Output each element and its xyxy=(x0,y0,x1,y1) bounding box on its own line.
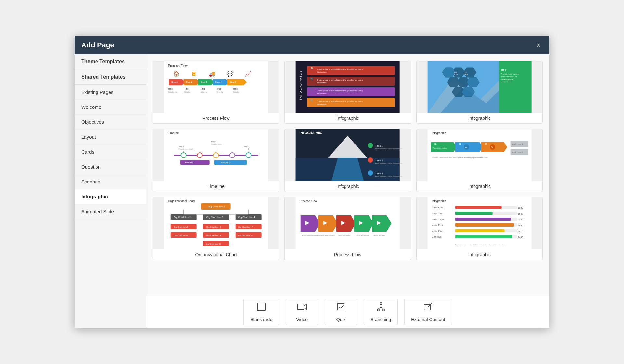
svg-text:LIST ITEM 1: LIST ITEM 1 xyxy=(512,143,523,145)
svg-rect-168 xyxy=(455,206,501,209)
svg-text:PHASE 1: PHASE 1 xyxy=(185,161,195,164)
svg-text:Write the: Write the xyxy=(217,91,223,93)
svg-text:Org Chart Item 8: Org Chart Item 8 xyxy=(174,234,188,236)
video-button[interactable]: Video xyxy=(286,299,318,325)
svg-text:Metric Two: Metric Two xyxy=(431,212,442,215)
svg-rect-33 xyxy=(307,77,395,86)
svg-text:02: 02 xyxy=(458,143,461,145)
template-card-timeline-1[interactable]: Timeline PHASE 1 PHASE 2 xyxy=(153,129,279,192)
svg-text:Org Chart Item 5: Org Chart Item 5 xyxy=(174,226,188,228)
sidebar-item-objectives[interactable]: Objectives xyxy=(75,115,146,130)
template-card-infographic-green-1[interactable]: Title Provide more context and informati… xyxy=(416,61,543,124)
sidebar-item-scenario[interactable]: Scenario xyxy=(75,174,146,189)
svg-text:Org Chart Item 2: Org Chart Item 2 xyxy=(174,216,191,219)
template-card-infographic-dark-1[interactable]: INFOGRAPHICS 🏠 Create visual or textual … xyxy=(284,61,411,124)
close-button[interactable]: × xyxy=(534,41,543,50)
template-label-process-flow-2: Process Flow xyxy=(285,249,410,260)
sidebar-item-cards[interactable]: Cards xyxy=(75,144,146,159)
template-card-infographic-iceberg[interactable]: INFOGRAPHIC Title 01 Provide more contac… xyxy=(284,129,411,192)
svg-text:PHASE 2: PHASE 2 xyxy=(221,161,231,164)
svg-point-75 xyxy=(214,153,219,158)
sidebar-item-infographic[interactable]: Infographic xyxy=(75,189,146,204)
svg-rect-184 xyxy=(455,229,504,232)
sidebar-item-layout[interactable]: Layout xyxy=(75,130,146,144)
svg-text:Step 5: Step 5 xyxy=(230,81,236,83)
svg-text:Process Flow: Process Flow xyxy=(168,64,188,68)
svg-text:ITEM: ITEM xyxy=(454,73,458,75)
template-card-process-flow-1[interactable]: Process Flow 🏠 🖥 🚚 💬 📈 xyxy=(153,61,279,124)
svg-text:1900: 1900 xyxy=(518,207,523,209)
sidebar-item-animated-slide[interactable]: Animated Slide xyxy=(75,204,146,219)
template-grid-area[interactable]: Process Flow 🏠 🖥 🚚 💬 📈 xyxy=(146,54,549,295)
svg-text:Step 1: Step 1 xyxy=(171,81,178,83)
svg-text:Metric Five: Metric Five xyxy=(431,230,442,232)
external-content-label: External Content xyxy=(411,317,445,322)
svg-text:Step 2: Step 2 xyxy=(186,81,192,83)
svg-text:Metric Six: Metric Six xyxy=(431,236,441,238)
sidebar-item-shared-templates[interactable]: Shared Templates xyxy=(75,69,146,85)
svg-text:Title: Title xyxy=(168,88,173,90)
svg-text:Write the second: Write the second xyxy=(320,235,335,237)
svg-text:🚚: 🚚 xyxy=(209,71,215,77)
template-grid: Process Flow 🏠 🖥 🚚 💬 📈 xyxy=(153,61,543,260)
sidebar-item-question[interactable]: Question xyxy=(75,159,146,174)
svg-text:Title: Title xyxy=(233,88,238,90)
svg-text:Write the: Write the xyxy=(184,91,191,93)
svg-text:2320: 2320 xyxy=(518,219,523,221)
svg-text:Title 03: Title 03 xyxy=(375,172,383,175)
external-content-button[interactable]: External Content xyxy=(404,299,452,325)
template-card-org-chart[interactable]: Organizational Chart Org Chart Item 1 Or… xyxy=(153,197,279,260)
svg-text:🛒: 🛒 xyxy=(310,98,313,101)
svg-text:Write the third: Write the third xyxy=(338,235,350,237)
template-card-process-flow-2[interactable]: Process Flow ▶ ▶ ▶ ▶ xyxy=(284,197,411,260)
svg-text:Provide more contact and infor: Provide more contact and information xyxy=(375,148,402,150)
svg-text:Title: Title xyxy=(217,88,221,90)
svg-text:Title 01: Title 01 xyxy=(375,145,383,147)
svg-text:2680: 2680 xyxy=(518,224,523,227)
svg-text:Title: Title xyxy=(201,88,205,90)
template-label-infographic-dark-1: Infographic xyxy=(285,113,410,123)
svg-text:▶: ▶ xyxy=(341,220,345,225)
sidebar-item-existing-pages[interactable]: Existing Pages xyxy=(75,85,146,100)
svg-text:Org Chart Item 9: Org Chart Item 9 xyxy=(206,234,221,236)
external-content-icon xyxy=(423,302,433,314)
template-thumb-infographic-dark-1: INFOGRAPHICS 🏠 Create visual or textual … xyxy=(285,61,410,113)
blank-slide-icon xyxy=(256,302,266,314)
template-label-infographic-green-1: Infographic xyxy=(417,113,542,123)
svg-text:📈: 📈 xyxy=(245,71,251,77)
svg-text:▶: ▶ xyxy=(323,220,328,225)
svg-text:Metric One: Metric One xyxy=(431,207,442,209)
svg-text:Step 4: Step 4 xyxy=(215,81,222,83)
svg-text:✎: ✎ xyxy=(491,146,493,149)
template-thumb-timeline-1: Timeline PHASE 1 PHASE 2 xyxy=(153,129,279,181)
svg-text:Provide information about this: Provide information about this xyxy=(457,157,482,159)
svg-text:▶: ▶ xyxy=(359,220,363,225)
svg-point-73 xyxy=(181,153,186,158)
svg-text:Item 2: Item 2 xyxy=(179,145,184,147)
template-card-infographic-arrows[interactable]: Infographic 01 Provide information 02 xyxy=(416,129,543,192)
svg-text:Write the fourth: Write the fourth xyxy=(356,235,369,237)
svg-text:04: 04 xyxy=(484,143,487,145)
svg-rect-192 xyxy=(297,304,304,310)
svg-text:Write the first section: Write the first section xyxy=(302,235,320,237)
svg-text:this section.: this section. xyxy=(317,82,327,84)
svg-text:this section.: this section. xyxy=(317,71,327,73)
quiz-button[interactable]: Quiz xyxy=(325,299,357,325)
svg-point-76 xyxy=(230,153,235,158)
sidebar-item-theme-templates[interactable]: Theme Templates xyxy=(75,54,146,69)
svg-text:LIST ITEM 2: LIST ITEM 2 xyxy=(512,151,523,153)
template-label-process-flow-1: Process Flow xyxy=(153,113,279,123)
template-card-metrics[interactable]: Infographic Metric One 1900 Metric Two xyxy=(416,197,543,260)
modal-header: Add Page × xyxy=(75,36,549,54)
svg-text:Create visual or textual conte: Create visual or textual content for you… xyxy=(317,100,363,102)
template-thumb-infographic-iceberg: INFOGRAPHIC Title 01 Provide more contac… xyxy=(285,129,410,181)
sidebar-item-welcome[interactable]: Welcome xyxy=(75,100,146,115)
svg-text:INFOGRAPHICS: INFOGRAPHICS xyxy=(299,70,302,100)
branching-button[interactable]: Branching xyxy=(364,299,398,325)
svg-text:Provides more: Provides more xyxy=(211,143,222,145)
svg-text:Create visual or textual conte: Create visual or textual content for you… xyxy=(317,68,363,70)
template-thumb-infographic-arrows: Infographic 01 Provide information 02 xyxy=(417,129,542,181)
blank-slide-button[interactable]: Blank slide xyxy=(243,299,279,325)
svg-text:Org Chart Item 10: Org Chart Item 10 xyxy=(237,234,253,236)
template-label-timeline-1: Timeline xyxy=(153,181,279,192)
